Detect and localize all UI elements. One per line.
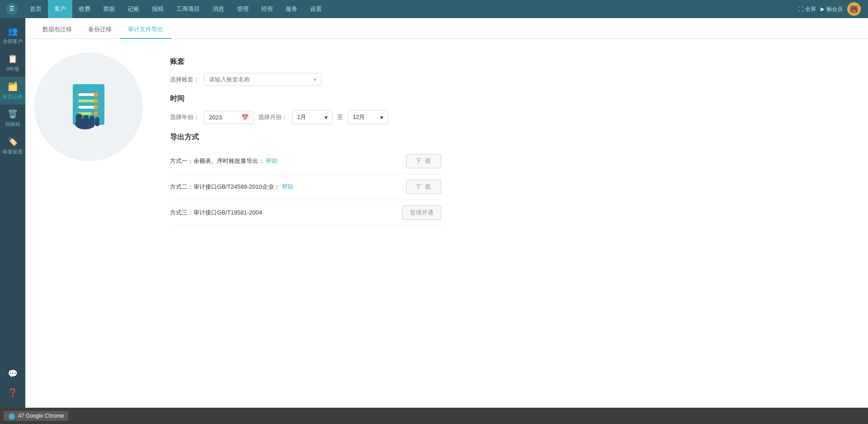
chat-icon: 💬 — [8, 369, 18, 379]
nav-charge[interactable]: 收费 — [72, 0, 97, 18]
sidebar-item-tag-settings[interactable]: 🏷️ 标签设置 — [0, 132, 25, 160]
fullscreen-icon: ⛶ — [798, 6, 803, 12]
svg-point-0 — [6, 3, 18, 15]
export-container: 账套 选择账套： ▾ 时间 选择年份： 2023 — [34, 52, 441, 226]
sidebar-item-label: 回收站 — [5, 121, 20, 128]
all-clients-icon: 👥 — [8, 26, 18, 36]
svg-rect-11 — [76, 114, 82, 127]
start-month-value: 1月 — [297, 113, 306, 121]
method-2-label: 方式二：审计接口GB/T24589-2010企业：帮助 — [170, 183, 293, 191]
end-month-select[interactable]: 12月 ▾ — [348, 110, 388, 124]
taskbar-chrome-label: 47 Google Chrome — [18, 413, 64, 419]
fullscreen-button[interactable]: ⛶ 全屏 — [798, 5, 816, 13]
method-3-label: 方式三：审计接口GB/T19581-2004 — [170, 209, 262, 217]
sidebar-item-label: 0申报 — [6, 66, 19, 72]
chevron-down-icon-end-month: ▾ — [380, 114, 383, 121]
sidebar-item-recycle[interactable]: 🗑️ 回收站 — [0, 105, 25, 132]
method-2-download-button[interactable]: 下 载 — [406, 180, 441, 194]
sidebar-item-all-clients[interactable]: 👥 全部客户 — [0, 22, 25, 49]
export-method-1: 方式一：余额表、序时账批量导出：帮助 下 载 — [170, 148, 441, 174]
tab-data-migration[interactable]: 数据包迁移 — [34, 21, 80, 39]
tab-bar: 数据包迁移 备份迁移 审计文件导出 — [25, 18, 868, 39]
svg-point-6 — [94, 92, 98, 97]
sidebar-bottom: 💬 ❓ — [0, 364, 25, 408]
calendar-icon: 📅 — [241, 114, 249, 121]
member-icon: ▶ — [821, 6, 825, 12]
logo[interactable] — [4, 1, 20, 17]
end-month-value: 12月 — [353, 113, 365, 121]
svg-rect-12 — [83, 115, 89, 128]
method-1-label: 方式一：余额表、序时账批量导出：帮助 — [170, 157, 278, 165]
time-section-title: 时间 — [170, 94, 441, 104]
method-1-download-button[interactable]: 下 载 — [406, 154, 441, 168]
help-icon: ❓ — [8, 388, 18, 398]
main-layout: 👥 全部客户 📋 0申报 🗂️ 账套迁移 🗑️ 回收站 🏷️ 标签设置 💬 ❓ — [0, 18, 868, 408]
page-content: 账套 选择账套： ▾ 时间 选择年份： 2023 — [25, 39, 868, 408]
month-label: 选择月份： — [258, 113, 288, 121]
sidebar-item-help[interactable]: ❓ — [0, 383, 25, 402]
chevron-down-icon-month: ▾ — [325, 114, 328, 121]
export-method-2: 方式二：审计接口GB/T24589-2010企业：帮助 下 载 — [170, 174, 441, 200]
method-2-help-link[interactable]: 帮助 — [282, 183, 293, 190]
method-3-open-button[interactable]: 暂缓开通 — [402, 205, 441, 220]
svg-point-9 — [94, 111, 98, 116]
form-panel: 账套 选择账套： ▾ 时间 选择年份： 2023 — [170, 52, 441, 226]
user-avatar[interactable]: 🐻 — [847, 2, 861, 16]
nav-bookkeeping[interactable]: 记账 — [121, 0, 146, 18]
zero-decl-icon: 📋 — [8, 54, 18, 64]
export-method-3: 方式三：审计接口GB/T19581-2004 暂缓开通 — [170, 200, 441, 226]
top-navigation: 首页 客户 收费 票据 记账 报税 工商项目 消息 管理 经营 服务 设置 ⛶ … — [0, 0, 868, 18]
nav-operation[interactable]: 经营 — [255, 0, 279, 18]
content-area: 数据包迁移 备份迁移 审计文件导出 — [25, 18, 868, 408]
start-month-select[interactable]: 1月 ▾ — [292, 110, 333, 124]
time-select-row: 选择年份： 2023 📅 选择月份： 1月 ▾ 至 12月 — [170, 110, 441, 124]
nav-settings[interactable]: 设置 — [304, 0, 328, 18]
migration-icon: 🗂️ — [8, 81, 18, 91]
sidebar-item-migration[interactable]: 🗂️ 账套迁移 — [0, 77, 25, 105]
account-select-input[interactable]: ▾ — [204, 73, 321, 86]
svg-rect-14 — [95, 117, 99, 126]
method-1-help-link[interactable]: 帮助 — [266, 157, 278, 164]
export-section-title: 导出方式 — [170, 133, 441, 142]
year-label: 选择年份： — [170, 113, 199, 121]
taskbar-chrome[interactable]: ⬤ 47 Google Chrome — [4, 411, 68, 421]
tag-icon: 🏷️ — [8, 137, 18, 147]
chevron-down-icon: ▾ — [314, 76, 316, 83]
to-label: 至 — [337, 113, 343, 121]
taskbar: ⬤ 47 Google Chrome — [0, 408, 868, 424]
sidebar-item-zero-declaration[interactable]: 📋 0申报 — [0, 49, 25, 77]
sidebar-item-label: 全部客户 — [3, 38, 23, 45]
sidebar: 👥 全部客户 📋 0申报 🗂️ 账套迁移 🗑️ 回收站 🏷️ 标签设置 💬 ❓ — [0, 18, 25, 408]
account-select-row: 选择账套： ▾ — [170, 73, 441, 86]
nav-client[interactable]: 客户 — [48, 0, 72, 18]
account-section-title: 账套 — [170, 57, 441, 67]
account-name-input[interactable] — [209, 76, 314, 83]
member-button[interactable]: ▶ 畅会员 — [821, 5, 843, 13]
export-illustration — [34, 52, 143, 161]
account-select-label: 选择账套： — [170, 76, 199, 84]
year-value: 2023 — [209, 114, 222, 121]
chrome-icon: ⬤ — [8, 412, 15, 419]
nav-message[interactable]: 消息 — [206, 0, 231, 18]
nav-home[interactable]: 首页 — [24, 0, 48, 18]
nav-items-list: 首页 客户 收费 票据 记账 报税 工商项目 消息 管理 经营 服务 设置 — [24, 0, 798, 18]
svg-point-8 — [94, 105, 98, 110]
recycle-icon: 🗑️ — [8, 109, 18, 119]
nav-tax[interactable]: 报税 — [146, 0, 170, 18]
nav-business[interactable]: 工商项目 — [170, 0, 206, 18]
sidebar-item-chat[interactable]: 💬 — [0, 364, 25, 383]
nav-management[interactable]: 管理 — [231, 0, 255, 18]
tab-audit-export[interactable]: 审计文件导出 — [120, 21, 171, 39]
year-input[interactable]: 2023 📅 — [204, 111, 254, 124]
svg-rect-13 — [90, 116, 94, 128]
svg-point-7 — [94, 99, 98, 103]
nav-service[interactable]: 服务 — [279, 0, 304, 18]
nav-invoice[interactable]: 票据 — [97, 0, 121, 18]
sidebar-item-label: 账套迁移 — [3, 93, 23, 100]
tab-backup-migration[interactable]: 备份迁移 — [80, 21, 120, 39]
sidebar-item-label: 标签设置 — [3, 148, 23, 155]
top-nav-right: ⛶ 全屏 ▶ 畅会员 🐻 — [798, 2, 868, 16]
